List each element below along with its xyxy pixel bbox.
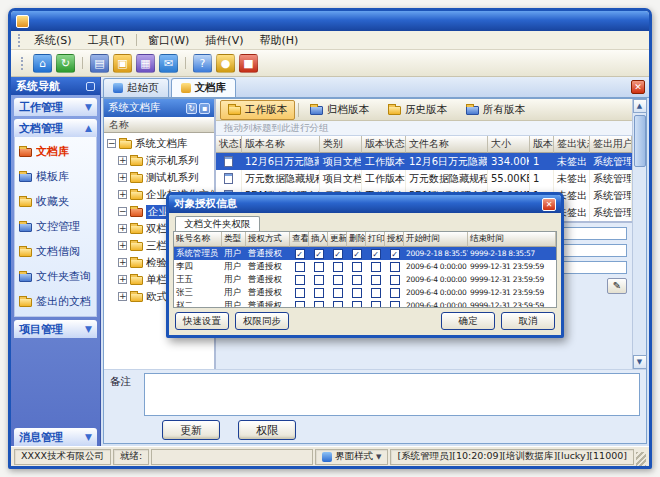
- tab-start-page[interactable]: 起始页: [103, 78, 169, 97]
- expand-icon[interactable]: [118, 190, 127, 199]
- menu-plugins[interactable]: 插件(V): [197, 32, 251, 49]
- insert-checkbox[interactable]: [314, 301, 324, 309]
- sidebar-item-document-library[interactable]: 文档库: [19, 144, 92, 159]
- menu-grip[interactable]: [18, 34, 22, 47]
- update-checkbox[interactable]: [333, 275, 343, 285]
- update-button[interactable]: 更新: [162, 420, 220, 440]
- delete-checkbox[interactable]: [352, 288, 362, 298]
- update-checkbox[interactable]: [333, 301, 343, 309]
- authorize-checkbox[interactable]: [390, 275, 400, 285]
- tree-node[interactable]: 演示机系列: [104, 152, 214, 169]
- refresh-icon[interactable]: ↻: [56, 54, 75, 73]
- col-checkout-state[interactable]: 签出状态: [554, 136, 590, 153]
- permission-row[interactable]: 系统管理员 用户 普通授权 ✓ ✓ ✓ ✓ ✓ ✓ 2009-2-18 8:35…: [174, 247, 556, 260]
- scroll-up-icon[interactable]: ▲: [633, 99, 647, 113]
- insert-checkbox[interactable]: [314, 262, 324, 272]
- authorize-checkbox[interactable]: [390, 301, 400, 309]
- insert-checkbox[interactable]: [314, 275, 324, 285]
- close-tab-button[interactable]: ✕: [631, 80, 645, 94]
- update-checkbox[interactable]: ✓: [333, 249, 343, 259]
- col-start-time[interactable]: 开始时间: [404, 232, 468, 247]
- sidebar-item-folder-search[interactable]: 文件夹查询: [19, 269, 92, 284]
- sidebar-item-doc-borrow[interactable]: 文档借阅: [19, 244, 92, 259]
- authorize-checkbox[interactable]: [390, 288, 400, 298]
- expand-icon[interactable]: [118, 241, 127, 250]
- collapse-icon[interactable]: [118, 207, 127, 216]
- sidebar-item-checked-out-docs[interactable]: 签出的文档: [19, 294, 92, 309]
- dialog-close-icon[interactable]: ✕: [542, 198, 556, 211]
- permission-sync-button[interactable]: 权限同步: [235, 312, 289, 330]
- collapse-icon[interactable]: [107, 139, 116, 148]
- report-icon[interactable]: ▦: [136, 54, 155, 73]
- remark-textarea[interactable]: [144, 373, 640, 416]
- col-checkout-user[interactable]: 签出用户: [590, 136, 632, 153]
- insert-checkbox[interactable]: [314, 288, 324, 298]
- col-version-name[interactable]: 版本名称: [242, 136, 320, 153]
- tree-name-column-header[interactable]: 名称: [104, 117, 214, 133]
- pin-panel-icon[interactable]: ▪: [199, 103, 210, 114]
- col-category[interactable]: 类别: [320, 136, 362, 153]
- tab-all-versions[interactable]: 所有版本: [458, 100, 533, 120]
- expand-icon[interactable]: [118, 292, 127, 301]
- tree-node[interactable]: 测试机系列: [104, 169, 214, 186]
- authorize-checkbox[interactable]: ✓: [390, 249, 400, 259]
- col-update[interactable]: 更新: [328, 232, 347, 247]
- panel-message-management[interactable]: 消息管理 ▼: [14, 428, 97, 446]
- col-account-name[interactable]: 账号名称: [174, 232, 222, 247]
- mail-icon[interactable]: ✉: [159, 54, 178, 73]
- cancel-button[interactable]: 取消: [501, 312, 555, 330]
- quick-setup-button[interactable]: 快速设置: [175, 312, 229, 330]
- tab-working-versions[interactable]: 工作版本: [220, 100, 295, 120]
- permission-row[interactable]: 王五 用户 普通授权 2009-6-4 0:00:00 9999-12-31 2…: [174, 273, 556, 286]
- table-row[interactable]: 12月6日万元隐藏行情 项目文档 工作版本 12月6日万元隐藏行情.xls 33…: [216, 153, 632, 170]
- menu-tools[interactable]: 工具(T): [80, 32, 133, 49]
- refresh-tree-icon[interactable]: ↻: [186, 103, 197, 114]
- col-version-no[interactable]: 版本号: [530, 136, 554, 153]
- view-checkbox[interactable]: ✓: [295, 249, 305, 259]
- col-delete[interactable]: 删除: [347, 232, 366, 247]
- col-size[interactable]: 大小: [488, 136, 530, 153]
- permission-row[interactable]: 赵二 用户 普通授权 2009-6-4 0:00:00 9999-12-31 2…: [174, 299, 556, 308]
- permission-button[interactable]: 权限: [238, 420, 296, 440]
- sidebar-item-template-library[interactable]: 模板库: [19, 169, 92, 184]
- tab-document-library[interactable]: 文档库: [171, 78, 237, 97]
- view-checkbox[interactable]: [295, 288, 305, 298]
- menu-window[interactable]: 窗口(W): [140, 32, 197, 49]
- exit-icon[interactable]: ■: [239, 54, 258, 73]
- print-checkbox[interactable]: [371, 288, 381, 298]
- dialog-title-bar[interactable]: 对象授权信息 ✕: [169, 195, 561, 213]
- table-row[interactable]: 万元数据隐藏规程3 项目文档 工作版本 万元数据隐藏规程3.doc 55.00K…: [216, 170, 632, 187]
- insert-checkbox[interactable]: ✓: [314, 249, 324, 259]
- new-document-icon[interactable]: ▤: [90, 54, 109, 73]
- scrollbar-thumb[interactable]: [634, 115, 646, 167]
- panel-work-management[interactable]: 工作管理 ▼: [14, 98, 97, 116]
- expand-icon[interactable]: [118, 224, 127, 233]
- expand-icon[interactable]: [118, 258, 127, 267]
- update-checkbox[interactable]: [333, 262, 343, 272]
- col-auth-mode[interactable]: 授权方式: [246, 232, 290, 247]
- expand-icon[interactable]: [118, 275, 127, 284]
- help-icon[interactable]: ?: [193, 54, 212, 73]
- ok-button[interactable]: 确定: [441, 312, 495, 330]
- pin-icon[interactable]: [86, 82, 95, 91]
- tree-node-root[interactable]: 系统文档库: [104, 135, 214, 152]
- lock-icon[interactable]: ●: [216, 54, 235, 73]
- title-bar[interactable]: [11, 11, 649, 31]
- sidebar-item-doc-control[interactable]: 文控管理: [19, 219, 92, 234]
- tab-folder-permissions[interactable]: 文档文件夹权限: [175, 216, 260, 231]
- home-icon[interactable]: ⌂: [33, 54, 52, 73]
- col-end-time[interactable]: 结束时间: [468, 232, 556, 247]
- view-checkbox[interactable]: [295, 301, 305, 309]
- col-view[interactable]: 查看: [290, 232, 309, 247]
- menu-system[interactable]: 系统(S): [26, 32, 80, 49]
- col-insert[interactable]: 插入: [309, 232, 328, 247]
- sidebar-item-favorites[interactable]: 收藏夹: [19, 194, 92, 209]
- delete-checkbox[interactable]: [352, 262, 362, 272]
- delete-checkbox[interactable]: ✓: [352, 249, 362, 259]
- panel-project-management[interactable]: 项目管理 ▼: [14, 320, 97, 338]
- panel-document-management[interactable]: 文档管理 ▲: [14, 119, 97, 137]
- col-file-name[interactable]: 文件名称: [406, 136, 488, 153]
- print-checkbox[interactable]: [371, 275, 381, 285]
- delete-checkbox[interactable]: [352, 275, 362, 285]
- toolbar-grip[interactable]: [21, 57, 25, 70]
